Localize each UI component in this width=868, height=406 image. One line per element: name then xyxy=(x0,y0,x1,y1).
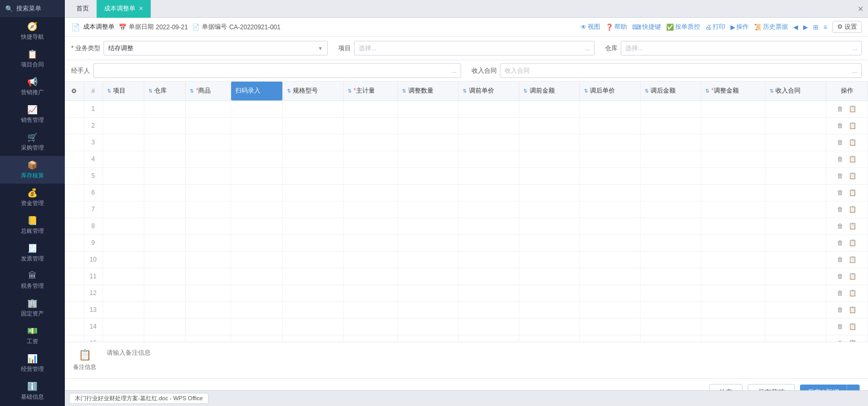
sidebar-item-invoice-mgmt[interactable]: 🧾 发票管理 xyxy=(0,239,65,267)
operate-action[interactable]: ▶ 操作 xyxy=(730,22,749,31)
row-adj-qty[interactable] xyxy=(398,335,459,342)
row-project[interactable] xyxy=(102,234,144,251)
row-after-price[interactable] xyxy=(580,268,641,285)
row-before-price[interactable] xyxy=(459,234,519,251)
row-before-amount[interactable] xyxy=(519,285,580,301)
delete-icon[interactable]: 🗑 xyxy=(837,206,843,213)
row-product[interactable] xyxy=(186,318,231,335)
row-income-contract[interactable] xyxy=(766,335,826,342)
row-after-price[interactable] xyxy=(580,151,641,167)
row-before-price[interactable] xyxy=(459,251,519,268)
row-adj-qty[interactable] xyxy=(398,301,459,318)
copy-icon[interactable]: 📋 xyxy=(849,155,856,163)
row-spec[interactable] xyxy=(282,234,343,251)
row-before-price[interactable] xyxy=(459,201,519,218)
copy-icon[interactable]: 📋 xyxy=(849,189,856,196)
row-spec[interactable] xyxy=(282,134,343,151)
row-project[interactable] xyxy=(102,251,144,268)
layout-grid-icon[interactable]: ⊞ xyxy=(813,24,818,31)
row-before-price[interactable] xyxy=(459,134,519,151)
row-product[interactable] xyxy=(186,184,231,201)
row-adj-qty[interactable] xyxy=(398,134,459,151)
review-action[interactable]: ✅ 按单质控 xyxy=(666,22,700,31)
row-adj-qty[interactable] xyxy=(398,218,459,234)
row-before-amount[interactable] xyxy=(519,151,580,167)
row-before-price[interactable] xyxy=(459,117,519,134)
row-project[interactable] xyxy=(102,151,144,167)
row-adj-qty[interactable] xyxy=(398,117,459,134)
row-scan[interactable] xyxy=(231,268,283,285)
row-warehouse[interactable] xyxy=(144,335,185,342)
row-adj-qty[interactable] xyxy=(398,167,459,184)
row-scan[interactable] xyxy=(231,218,283,234)
delete-icon[interactable]: 🗑 xyxy=(837,256,843,263)
row-product[interactable] xyxy=(186,335,231,342)
col-settings[interactable]: ⚙ xyxy=(65,82,84,100)
row-adj-qty[interactable] xyxy=(398,100,459,117)
row-unit[interactable] xyxy=(343,301,398,318)
row-income-contract[interactable] xyxy=(766,251,826,268)
sidebar-item-sales-promo[interactable]: 📢 营销推广 xyxy=(0,73,65,100)
sidebar-search[interactable]: 🔍 搜索菜单 xyxy=(0,0,65,17)
row-unit[interactable] xyxy=(343,100,398,117)
row-scan[interactable] xyxy=(231,134,283,151)
row-adj-amount[interactable] xyxy=(701,218,766,234)
row-project[interactable] xyxy=(102,318,144,335)
row-before-amount[interactable] xyxy=(519,251,580,268)
copy-icon[interactable]: 📋 xyxy=(849,256,856,263)
row-spec[interactable] xyxy=(282,100,343,117)
row-income-contract[interactable] xyxy=(766,201,826,218)
row-adj-amount[interactable] xyxy=(701,335,766,342)
row-warehouse[interactable] xyxy=(144,318,185,335)
taskbar-item[interactable]: 木门行业好业财处理方案-墓红红.doc - WPS Office xyxy=(69,393,209,404)
warehouse-more-icon[interactable]: ... xyxy=(852,45,857,51)
row-unit[interactable] xyxy=(343,335,398,342)
copy-icon[interactable]: 📋 xyxy=(849,139,856,146)
row-warehouse[interactable] xyxy=(144,218,185,234)
row-unit[interactable] xyxy=(343,201,398,218)
copy-icon[interactable]: 📋 xyxy=(849,273,856,280)
sidebar-item-funds-mgmt[interactable]: 💰 资金管理 xyxy=(0,184,65,211)
row-product[interactable] xyxy=(186,167,231,184)
row-spec[interactable] xyxy=(282,285,343,301)
row-scan[interactable] xyxy=(231,285,283,301)
row-scan[interactable] xyxy=(231,167,283,184)
row-adj-qty[interactable] xyxy=(398,318,459,335)
sidebar-item-ops-mgmt[interactable]: 📊 经营管理 xyxy=(0,349,65,377)
row-after-amount[interactable] xyxy=(641,218,701,234)
row-adj-qty[interactable] xyxy=(398,251,459,268)
row-scan[interactable] xyxy=(231,151,283,167)
row-product[interactable] xyxy=(186,285,231,301)
sidebar-item-salary[interactable]: 💵 工资 xyxy=(0,322,65,349)
row-adj-amount[interactable] xyxy=(701,234,766,251)
row-spec[interactable] xyxy=(282,268,343,285)
row-spec[interactable] xyxy=(282,117,343,134)
row-before-amount[interactable] xyxy=(519,184,580,201)
row-product[interactable] xyxy=(186,117,231,134)
row-before-amount[interactable] xyxy=(519,201,580,218)
row-before-amount[interactable] xyxy=(519,100,580,117)
col-income-contract[interactable]: ⇅ 收入合同 xyxy=(766,82,826,100)
row-adj-amount[interactable] xyxy=(701,318,766,335)
row-before-price[interactable] xyxy=(459,218,519,234)
row-income-contract[interactable] xyxy=(766,117,826,134)
row-spec[interactable] xyxy=(282,201,343,218)
row-income-contract[interactable] xyxy=(766,301,826,318)
row-warehouse[interactable] xyxy=(144,251,185,268)
col-spec[interactable]: ⇅ 规格型号 xyxy=(282,82,343,100)
row-warehouse[interactable] xyxy=(144,285,185,301)
row-scan[interactable] xyxy=(231,184,283,201)
sidebar-item-quick-nav[interactable]: 🧭 快捷导航 xyxy=(0,17,65,45)
row-after-price[interactable] xyxy=(580,100,641,117)
row-adj-amount[interactable] xyxy=(701,151,766,167)
row-spec[interactable] xyxy=(282,251,343,268)
row-unit[interactable] xyxy=(343,234,398,251)
handler-input[interactable]: ... xyxy=(93,63,461,78)
copy-icon[interactable]: 📋 xyxy=(849,306,856,313)
row-adj-amount[interactable] xyxy=(701,100,766,117)
row-adj-amount[interactable] xyxy=(701,134,766,151)
row-unit[interactable] xyxy=(343,151,398,167)
copy-icon[interactable]: 📋 xyxy=(849,172,856,179)
tab-close-icon[interactable]: ✕ xyxy=(139,5,143,12)
row-scan[interactable] xyxy=(231,251,283,268)
